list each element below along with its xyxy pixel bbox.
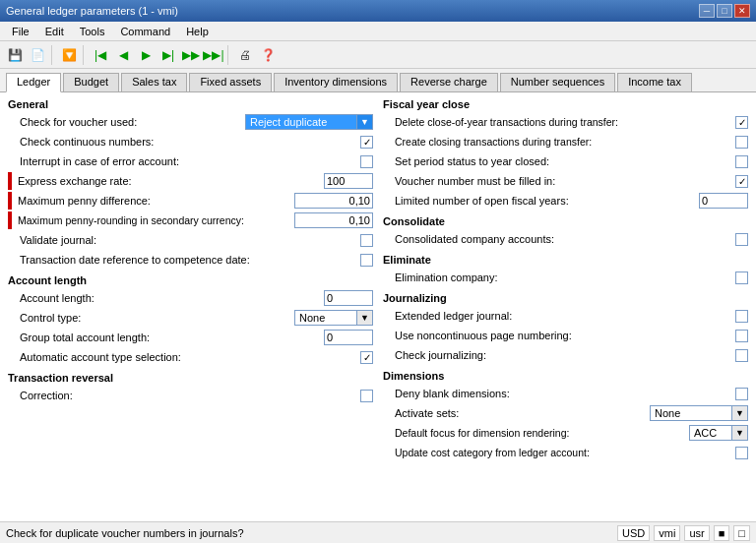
group-total-control: [324, 330, 373, 345]
tab-ledger[interactable]: Ledger: [6, 73, 61, 92]
menu-command[interactable]: Command: [112, 25, 178, 38]
interrupt-error-checkbox[interactable]: [360, 155, 373, 168]
check-continuous-label: Check continuous numbers:: [20, 136, 360, 148]
control-type-select[interactable]: None ▼: [294, 310, 373, 326]
control-type-arrow[interactable]: ▼: [356, 311, 372, 325]
menu-tools[interactable]: Tools: [72, 25, 113, 38]
express-exchange-marker: [8, 172, 12, 190]
consolidated-accounts-checkbox[interactable]: [735, 233, 748, 246]
close-button[interactable]: ✕: [734, 4, 750, 18]
tab-income-tax[interactable]: Income tax: [617, 73, 692, 91]
check-continuous-control: [360, 136, 373, 149]
validate-journal-row: Validate journal:: [8, 231, 373, 249]
elimination-company-label: Elimination company:: [395, 272, 735, 283]
max-penny-round-input[interactable]: [294, 212, 373, 228]
check-voucher-value: Reject duplicate: [246, 116, 356, 128]
toolbar: 💾 📄 🔽 |◀ ◀ ▶ ▶| ▶▶ ▶▶| 🖨 ❓: [0, 41, 756, 69]
check-voucher-label: Check for voucher used:: [20, 116, 245, 128]
limited-fiscal-input[interactable]: [699, 193, 748, 209]
check-continuous-checkbox[interactable]: [360, 136, 373, 149]
tab-budget[interactable]: Budget: [63, 73, 119, 91]
minimize-button[interactable]: ─: [699, 4, 715, 18]
group-total-input[interactable]: [324, 330, 373, 345]
account-length-control: [324, 290, 373, 306]
default-focus-select[interactable]: ACC ▼: [689, 425, 748, 441]
general-section: General Check for voucher used: Reject d…: [8, 98, 373, 269]
check-journalizing-control: [735, 349, 748, 362]
journalizing-title: Journalizing: [383, 292, 748, 304]
voucher-fill-label: Voucher number must be filled in:: [395, 175, 735, 187]
create-closing-checkbox[interactable]: [735, 136, 748, 149]
tab-number-sequences[interactable]: Number sequences: [500, 73, 615, 91]
max-penny-round-control: [294, 212, 373, 228]
set-period-label: Set period status to year closed:: [395, 155, 735, 167]
tab-inventory-dimensions[interactable]: Inventory dimensions: [274, 73, 398, 91]
toolbar-nav-first[interactable]: |◀: [90, 44, 111, 66]
update-cost-checkbox[interactable]: [735, 447, 748, 459]
auto-account-type-control: [360, 351, 373, 364]
menu-help[interactable]: Help: [178, 25, 217, 38]
tab-sales-tax[interactable]: Sales tax: [121, 73, 187, 91]
deny-blank-row: Deny blank dimensions:: [383, 385, 748, 402]
check-journalizing-checkbox[interactable]: [735, 349, 748, 362]
deny-blank-label: Deny blank dimensions:: [395, 388, 735, 399]
menu-file[interactable]: File: [4, 25, 37, 38]
toolbar-help[interactable]: ❓: [257, 44, 279, 66]
voucher-fill-checkbox[interactable]: [735, 175, 748, 188]
interrupt-error-control: [360, 155, 373, 168]
toolbar-nav-extra2[interactable]: ▶▶|: [203, 44, 224, 66]
activate-sets-arrow[interactable]: ▼: [731, 406, 747, 420]
express-exchange-input[interactable]: [324, 173, 373, 189]
elimination-company-checkbox[interactable]: [735, 272, 748, 284]
toolbar-nav-next[interactable]: ▶: [135, 44, 157, 66]
delete-close-control: [735, 116, 748, 129]
toolbar-filter[interactable]: 🔽: [58, 44, 80, 66]
check-voucher-select[interactable]: Reject duplicate ▼: [245, 114, 373, 130]
max-penny-round-marker: [8, 211, 12, 229]
check-journalizing-row: Check journalizing:: [383, 346, 748, 364]
account-length-input[interactable]: [324, 290, 373, 306]
consolidated-accounts-label: Consolidated company accounts:: [395, 233, 735, 245]
check-voucher-arrow[interactable]: ▼: [356, 115, 372, 129]
menu-edit[interactable]: Edit: [37, 25, 72, 38]
toolbar-nav-last[interactable]: ▶|: [158, 44, 179, 66]
create-closing-control: [735, 136, 748, 149]
toolbar-nav-prev[interactable]: ◀: [112, 44, 134, 66]
account-length-label: Account length:: [20, 292, 324, 304]
correction-label: Correction:: [20, 390, 360, 401]
set-period-checkbox[interactable]: [735, 155, 748, 168]
noncontinuous-page-checkbox[interactable]: [735, 330, 748, 342]
correction-checkbox[interactable]: [360, 390, 373, 402]
consolidate-title: Consolidate: [383, 215, 748, 227]
control-type-label: Control type:: [20, 312, 294, 324]
tab-fixed-assets[interactable]: Fixed assets: [189, 73, 272, 91]
limited-fiscal-label: Limited number of open fiscal years:: [395, 195, 699, 207]
title-bar-buttons: ─ □ ✕: [699, 4, 750, 18]
extended-ledger-checkbox[interactable]: [735, 310, 748, 323]
toolbar-save[interactable]: 💾: [4, 44, 26, 66]
tab-reverse-charge[interactable]: Reverse charge: [400, 73, 498, 91]
delete-close-checkbox[interactable]: [735, 116, 748, 129]
toolbar-sep2: [83, 45, 87, 65]
transaction-date-row: Transaction date reference to competence…: [8, 251, 373, 269]
validate-journal-checkbox[interactable]: [360, 234, 373, 247]
main-content: General Check for voucher used: Reject d…: [0, 92, 756, 521]
deny-blank-checkbox[interactable]: [735, 388, 748, 400]
journalizing-section: Journalizing Extended ledger journal: Us…: [383, 292, 748, 364]
max-penny-diff-input[interactable]: [294, 193, 373, 209]
max-penny-diff-marker: [8, 192, 12, 210]
correction-control: [360, 390, 373, 402]
transaction-date-control: [360, 254, 373, 267]
toolbar-nav-extra1[interactable]: ▶▶: [180, 44, 202, 66]
transaction-date-checkbox[interactable]: [360, 254, 373, 267]
activate-sets-select[interactable]: None ▼: [650, 405, 748, 421]
default-focus-arrow[interactable]: ▼: [731, 426, 747, 440]
toolbar-new[interactable]: 📄: [27, 44, 48, 66]
maximize-button[interactable]: □: [717, 4, 732, 18]
toolbar-print[interactable]: 🖨: [234, 44, 256, 66]
extended-ledger-row: Extended ledger journal:: [383, 307, 748, 325]
max-penny-round-label: Maximum penny-rounding in secondary curr…: [18, 214, 294, 226]
auto-account-type-checkbox[interactable]: [360, 351, 373, 364]
title-bar: General ledger parameters (1 - vmi) ─ □ …: [0, 0, 756, 22]
elimination-company-row: Elimination company:: [383, 269, 748, 286]
